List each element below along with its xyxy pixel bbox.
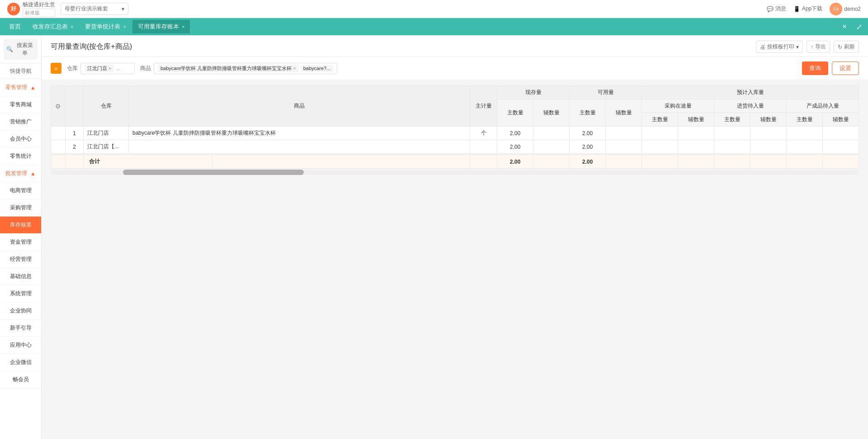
tab-close-available[interactable]: ×: [182, 24, 184, 29]
warehouse-tag-close[interactable]: ×: [108, 66, 111, 71]
sidebar-item-app-center[interactable]: 应用中心: [0, 337, 41, 354]
sidebar-item-members[interactable]: 会员中心: [0, 131, 41, 148]
print-template-button[interactable]: 🖨 按模板打印 ▾: [756, 41, 803, 53]
scroll-thumb[interactable]: [123, 170, 304, 175]
tab-close-receipt[interactable]: ×: [71, 24, 73, 29]
tab-close-all-button[interactable]: ×: [839, 21, 850, 32]
col-gear-header: ⚙: [51, 86, 66, 127]
chevron-down-icon: ▾: [122, 6, 124, 12]
row-no: 1: [66, 127, 84, 140]
footer-gear-cell: [51, 155, 66, 169]
industry-select[interactable]: 母婴行业演示账套 ▾: [61, 3, 128, 15]
sidebar: 🔍 搜索菜单 快捷导航 零售管理 ▲ 零售商城 营销推广 会员中心 零售统计 批…: [0, 35, 42, 439]
table-row: 1 江北门店 babycare学饮杯 儿童防摔防撞吸管杯重力球吸嘴杯宝宝水杯 个…: [51, 127, 859, 140]
row-production-aux: [823, 140, 859, 154]
sidebar-item-retail-stats[interactable]: 零售统计: [0, 148, 41, 165]
row-stock-aux: [533, 127, 570, 140]
sidebar-item-purchase[interactable]: 采购管理: [0, 199, 41, 217]
logo-text: 畅捷通好生意: [23, 1, 55, 9]
main-layout: 🔍 搜索菜单 快捷导航 零售管理 ▲ 零售商城 营销推广 会员中心 零售统计 批…: [0, 35, 868, 439]
table-area: ⚙ 仓库 商品 主计量 现存量 可用量 预计入库量 主数量 辅数: [42, 80, 868, 180]
footer-production-main: [787, 155, 823, 169]
footer-incoming-aux: [750, 155, 787, 169]
logo-area: 好 畅捷通好生意 标准版: [7, 1, 55, 17]
footer-table: 合计 2.00 2.00: [51, 155, 859, 169]
row-available-main: 2.00: [570, 127, 606, 140]
sidebar-item-enterprise-wechat[interactable]: 企业微信: [0, 354, 41, 371]
col-purchase-aux-header: 辅数量: [678, 113, 714, 127]
footer-stock-main: 2.00: [497, 155, 533, 169]
user-area[interactable]: Ea demo2: [830, 3, 861, 15]
row-gear: [51, 140, 66, 154]
table-body: 1 江北门店 babycare学饮杯 儿童防摔防撞吸管杯重力球吸嘴杯宝宝水杯 个…: [51, 127, 859, 154]
sidebar-item-basic-info[interactable]: 基础信息: [0, 268, 41, 285]
sidebar-item-retail-store[interactable]: 零售商城: [0, 96, 41, 113]
sidebar-item-enterprise[interactable]: 企业协同: [0, 302, 41, 320]
sidebar-item-marketing[interactable]: 营销推广: [0, 113, 41, 131]
message-button[interactable]: 💬 消息: [767, 5, 786, 13]
query-button[interactable]: 查询: [802, 61, 828, 75]
row-available-aux: [606, 127, 642, 140]
col-stock-aux-header: 辅数量: [533, 99, 570, 127]
filter-area: » 仓库 江北门店 × ... 商品 babycare学饮杯 儿童防摔防撞吸管杯…: [42, 57, 868, 80]
product-filter: 商品 babycare学饮杯 儿童防摔防撞吸管杯重力球吸嘴杯宝宝水杯 × bab…: [140, 63, 337, 74]
footer-incoming-main: [714, 155, 750, 169]
data-table: ⚙ 仓库 商品 主计量 现存量 可用量 预计入库量 主数量 辅数: [51, 85, 859, 154]
warehouse-tag-jiangbei: 江北门店 ×: [85, 65, 114, 72]
sidebar-item-inventory[interactable]: 库存核算: [0, 217, 41, 234]
footer-product-cell: [212, 155, 470, 169]
sidebar-item-operations[interactable]: 经营管理: [0, 251, 41, 268]
sidebar-item-newcomer[interactable]: 新手引导: [0, 320, 41, 337]
filter-toggle-button[interactable]: »: [51, 63, 61, 74]
table-row: 2 江北门店【... 2.00 2.00: [51, 140, 859, 154]
col-forecast-header: 预计入库量: [642, 86, 859, 99]
tab-close-order[interactable]: ×: [123, 24, 126, 29]
settings-button[interactable]: 设置: [832, 61, 859, 75]
row-product: babycare学饮杯 儿童防摔防撞吸管杯重力球吸嘴杯宝宝水杯: [129, 127, 470, 140]
warehouse-label: 仓库: [67, 65, 78, 72]
row-purchase-aux: [678, 127, 714, 140]
search-icon: 🔍: [6, 46, 13, 52]
row-incoming-main: [714, 127, 750, 140]
col-available-main-header: 主数量: [570, 99, 606, 127]
col-stock-main-header: 主数量: [497, 99, 533, 127]
refresh-button[interactable]: ↻ 刷新: [834, 41, 859, 53]
row-product: [129, 140, 470, 154]
tab-home[interactable]: 首页: [4, 20, 26, 33]
filter-actions: 查询 设置: [802, 61, 859, 75]
col-incoming-main-header: 主数量: [714, 113, 750, 127]
product-label: 商品: [140, 65, 151, 72]
sidebar-search-area: 🔍 搜索菜单: [0, 35, 41, 64]
sidebar-item-finance[interactable]: 资金管理: [0, 234, 41, 251]
tab-expand-button[interactable]: ⤢: [854, 21, 864, 32]
sidebar-item-member-vip[interactable]: 畅会员: [0, 371, 41, 388]
search-menu-button[interactable]: 🔍 搜索菜单: [4, 39, 38, 60]
col-unit-header: 主计量: [470, 86, 497, 127]
col-product-header: 商品: [129, 86, 470, 127]
row-purchase-aux: [678, 140, 714, 154]
warehouse-tag-input[interactable]: 江北门店 × ...: [80, 63, 135, 74]
tab-available-stock[interactable]: 可用量库存账本 ×: [132, 20, 190, 33]
tab-receipt-summary[interactable]: 收发存汇总表 ×: [27, 20, 79, 33]
sidebar-item-system[interactable]: 系统管理: [0, 285, 41, 302]
gear-icon[interactable]: ⚙: [55, 103, 61, 110]
product-tag-1-close[interactable]: ×: [293, 66, 296, 71]
sidebar-item-retail-management[interactable]: 零售管理 ▲: [0, 79, 41, 96]
row-no: 2: [66, 140, 84, 154]
quick-nav-button[interactable]: 快捷导航: [0, 64, 41, 79]
footer-purchase-aux: [678, 155, 714, 169]
footer-no-cell: [66, 155, 84, 169]
tab-order-stats[interactable]: 要货单统计表 ×: [80, 20, 131, 33]
warehouse-ellipsis[interactable]: ...: [116, 65, 120, 71]
export-button[interactable]: ↑ 导出: [807, 41, 830, 53]
scroll-track: [51, 170, 859, 175]
sidebar-item-wholesale-management[interactable]: 批发管理 ▲: [0, 165, 41, 182]
chevron-icon-wholesale: ▲: [30, 170, 36, 177]
product-tag-input[interactable]: babycare学饮杯 儿童防摔防撞吸管杯重力球吸嘴杯宝宝水杯 × babyca…: [154, 63, 337, 74]
export-icon: ↑: [811, 44, 813, 50]
table-scroll[interactable]: ⚙ 仓库 商品 主计量 现存量 可用量 预计入库量 主数量 辅数: [51, 85, 859, 154]
app-download-button[interactable]: 📱 App下载: [793, 5, 822, 13]
row-stock-main: 2.00: [497, 140, 533, 154]
top-bar: 好 畅捷通好生意 标准版 母婴行业演示账套 ▾ 💬 消息 📱 App下载 Ea …: [0, 0, 868, 18]
sidebar-item-ecommerce[interactable]: 电商管理: [0, 182, 41, 199]
